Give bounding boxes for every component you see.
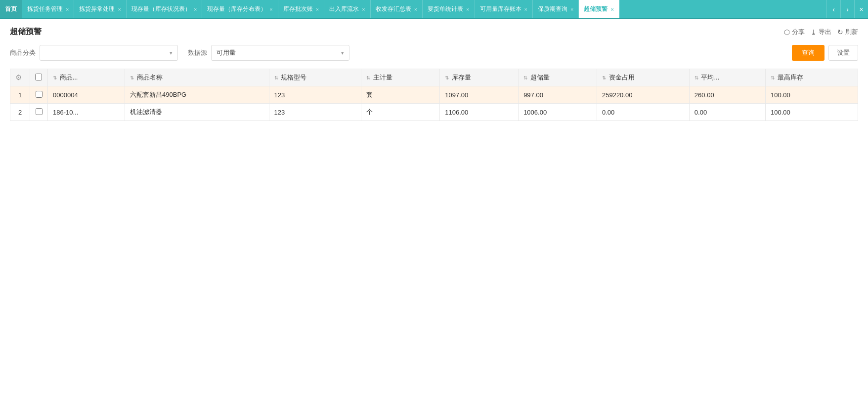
nav-tab-task-mgmt[interactable]: 拣货任务管理 ×: [22, 0, 74, 18]
nav-tab-inout-flow[interactable]: 出入库流水 ×: [324, 0, 370, 18]
data-table: ⚙ ⇅ 商品... ⇅ 商品名称 ⇅ 规格型号 ⇅: [10, 69, 858, 121]
product-category-filter: 商品分类 ▾: [10, 45, 178, 61]
table-row: 1 0000004 六配套新昌490BPG 123 套 1097.00 997.…: [10, 86, 858, 104]
close-icon[interactable]: ×: [610, 6, 613, 12]
cell-capital: 259220.00: [597, 86, 689, 104]
nav-next-button[interactable]: ›: [840, 0, 854, 18]
cell-capital: 0.00: [597, 104, 689, 121]
close-icon[interactable]: ×: [316, 6, 319, 12]
cell-product-name: 六配套新昌490BPG: [125, 86, 269, 104]
share-button[interactable]: ⬡ 分享: [784, 28, 805, 37]
top-navigation: 首页 拣货任务管理 × 拣货异常处理 × 现存量（库存状况表） × 现存量（库存…: [0, 0, 868, 19]
cell-stock: 1106.00: [440, 104, 519, 121]
cell-spec: 123: [269, 104, 361, 121]
cell-avg: 260.00: [689, 86, 765, 104]
settings-button[interactable]: 设置: [828, 45, 858, 61]
chevron-down-icon: ▾: [170, 50, 173, 56]
product-category-select[interactable]: ▾: [40, 45, 178, 61]
close-icon[interactable]: ×: [362, 6, 365, 12]
close-icon[interactable]: ×: [466, 6, 469, 12]
page-title: 超储预警: [10, 27, 42, 37]
page-container: 超储预警 ⬡ 分享 ⤓ 导出 ↻ 刷新 商品分类 ▾ 数据源: [0, 19, 868, 129]
nav-close-button[interactable]: ×: [854, 0, 868, 18]
export-button[interactable]: ⤓ 导出: [811, 28, 831, 37]
filter-buttons: 查询 设置: [792, 45, 858, 61]
export-icon: ⤓: [811, 28, 817, 36]
nav-arrows: ‹ › ×: [826, 0, 868, 18]
cell-overstock: 997.00: [519, 86, 597, 104]
nav-tab-home[interactable]: 首页: [0, 0, 22, 18]
col-spec: ⇅ 规格型号: [269, 69, 361, 86]
row-number: 2: [10, 104, 30, 121]
sort-icon[interactable]: ⇅: [602, 75, 606, 80]
close-icon[interactable]: ×: [66, 6, 69, 12]
sort-icon[interactable]: ⇅: [274, 75, 278, 80]
cell-product-code: 186-10...: [48, 104, 125, 121]
chevron-down-icon: ▾: [341, 50, 344, 56]
header-actions: ⬡ 分享 ⤓ 导出 ↻ 刷新: [784, 28, 858, 37]
col-product-code: ⇅ 商品...: [48, 69, 125, 86]
col-settings: ⚙: [10, 69, 30, 86]
close-icon[interactable]: ×: [524, 6, 527, 12]
col-avg: ⇅ 平均...: [689, 69, 765, 86]
cell-product-name: 机油滤清器: [125, 104, 269, 121]
share-icon: ⬡: [784, 28, 790, 36]
data-source-value: 可用量: [217, 48, 236, 57]
cell-avg: 0.00: [689, 104, 765, 121]
refresh-icon: ↻: [837, 28, 843, 36]
cell-unit: 个: [361, 104, 440, 121]
col-overstock: ⇅ 超储量: [519, 69, 597, 86]
cell-max-stock: 100.00: [766, 86, 858, 104]
data-source-label: 数据源: [188, 48, 207, 57]
cell-unit: 套: [361, 86, 440, 104]
sort-icon[interactable]: ⇅: [694, 75, 698, 80]
col-check: [30, 69, 48, 86]
row-check-cell: [30, 86, 48, 104]
gear-icon[interactable]: ⚙: [15, 73, 22, 81]
nav-tab-avail-acct[interactable]: 可用量库存账本 ×: [475, 0, 533, 18]
close-icon[interactable]: ×: [570, 6, 573, 12]
cell-overstock: 1006.00: [519, 104, 597, 121]
nav-prev-button[interactable]: ‹: [826, 0, 840, 18]
nav-tab-expiry[interactable]: 保质期查询 ×: [533, 0, 579, 18]
sort-icon[interactable]: ⇅: [445, 75, 449, 80]
filter-row: 商品分类 ▾ 数据源 可用量 ▾ 查询 设置: [10, 45, 858, 61]
row-number: 1: [10, 86, 30, 104]
cell-product-code: 0000004: [48, 86, 125, 104]
query-button[interactable]: 查询: [792, 45, 825, 61]
sort-icon[interactable]: ⇅: [771, 75, 775, 80]
product-category-label: 商品分类: [10, 48, 36, 57]
table-header-row: ⚙ ⇅ 商品... ⇅ 商品名称 ⇅ 规格型号 ⇅: [10, 69, 858, 86]
refresh-button[interactable]: ↻ 刷新: [837, 28, 858, 37]
col-product-name: ⇅ 商品名称: [125, 69, 269, 86]
close-icon[interactable]: ×: [118, 6, 121, 12]
sort-icon[interactable]: ⇅: [130, 75, 134, 80]
cell-max-stock: 100.00: [766, 104, 858, 121]
data-source-select[interactable]: 可用量 ▾: [211, 45, 349, 61]
nav-tab-overstock[interactable]: 超储预警 ×: [579, 0, 619, 18]
row-checkbox[interactable]: [36, 108, 43, 115]
close-icon[interactable]: ×: [269, 6, 272, 12]
data-source-filter: 数据源 可用量 ▾: [188, 45, 349, 61]
close-icon[interactable]: ×: [414, 6, 417, 12]
sort-icon[interactable]: ⇅: [366, 75, 370, 80]
sort-icon[interactable]: ⇅: [53, 75, 57, 80]
nav-tab-order-stats[interactable]: 要货单统计表 ×: [423, 0, 475, 18]
page-header: 超储预警 ⬡ 分享 ⤓ 导出 ↻ 刷新: [10, 27, 858, 37]
nav-tab-batch[interactable]: 库存批次账 ×: [278, 0, 324, 18]
nav-tab-abnormal[interactable]: 拣货异常处理 ×: [74, 0, 126, 18]
table-row: 2 186-10... 机油滤清器 123 个 1106.00 1006.00 …: [10, 104, 858, 121]
cell-stock: 1097.00: [440, 86, 519, 104]
cell-spec: 123: [269, 86, 361, 104]
col-unit: ⇅ 主计量: [361, 69, 440, 86]
row-checkbox[interactable]: [36, 91, 43, 98]
nav-tab-inventory-dist[interactable]: 现存量（库存分布表） ×: [202, 0, 278, 18]
col-capital: ⇅ 资金占用: [597, 69, 689, 86]
select-all-checkbox[interactable]: [35, 74, 42, 80]
nav-tab-recv-send[interactable]: 收发存汇总表 ×: [371, 0, 423, 18]
col-stock: ⇅ 库存量: [440, 69, 519, 86]
close-icon[interactable]: ×: [194, 6, 197, 12]
nav-tab-inventory-status[interactable]: 现存量（库存状况表） ×: [127, 0, 202, 18]
sort-icon[interactable]: ⇅: [523, 75, 527, 80]
row-check-cell: [30, 104, 48, 121]
